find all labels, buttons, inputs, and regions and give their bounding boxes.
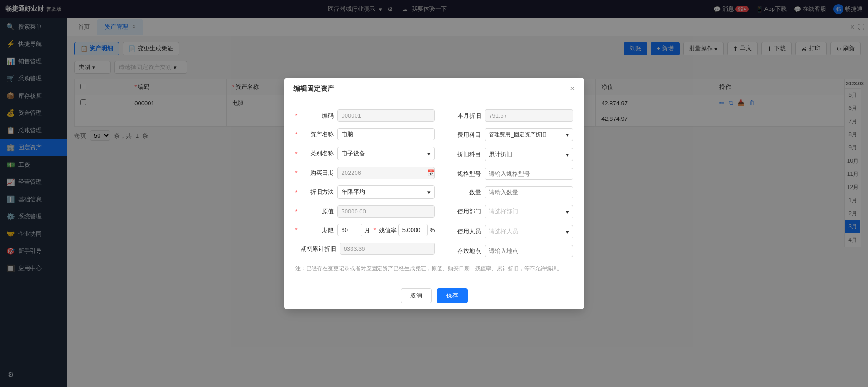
form-row-dep-account: 折旧科目 累计折旧 ▾: [449, 148, 573, 161]
form-row-monthly-dep: 本月折旧: [449, 109, 573, 122]
location-input[interactable]: [485, 245, 573, 257]
period-input[interactable]: [337, 224, 362, 236]
residual-rate-unit: %: [430, 227, 435, 233]
modal-left-col: * 编码 * 资产名称 * 类别名称 电子设备 ▾: [295, 109, 435, 257]
residual-rate-label: 残值率: [379, 226, 397, 234]
name-input[interactable]: [337, 128, 435, 140]
form-row-department: 使用部门 请选择部门 ▾: [449, 205, 573, 218]
initial-acc-input[interactable]: [340, 243, 435, 255]
original-value-input[interactable]: [337, 205, 435, 218]
form-row-quantity: 数量: [449, 186, 573, 198]
period-label: 期限: [302, 226, 334, 234]
quantity-input[interactable]: [485, 186, 573, 198]
form-row-category: * 类别名称 电子设备 ▾: [295, 147, 435, 160]
monthly-dep-input: [485, 109, 573, 122]
dep-acc-label: 折旧科目: [449, 150, 481, 159]
purchase-date-label: 购买日期: [302, 169, 334, 177]
name-label: 资产名称: [302, 130, 334, 139]
location-label: 存放地点: [449, 247, 481, 255]
form-row-purchase-date: * 购买日期 📅: [295, 167, 435, 179]
edit-asset-modal: 编辑固定资产 × * 编码 * 资产名称 *: [284, 78, 584, 309]
code-label: 编码: [302, 112, 334, 120]
original-value-label: 原值: [302, 208, 334, 216]
expense-acc-select[interactable]: 管理费用_固定资产折旧 ▾: [485, 128, 573, 141]
form-row-expense-account: 费用科目 管理费用_固定资产折旧 ▾: [449, 128, 573, 141]
initial-acc-label: 期初累计折旧: [295, 245, 336, 253]
form-row-initial-accumulated: 期初累计折旧: [295, 243, 435, 255]
form-row-original-value: * 原值: [295, 205, 435, 218]
calendar-icon[interactable]: 📅: [427, 169, 435, 176]
period-unit: 月: [364, 226, 370, 234]
staff-select[interactable]: 请选择人员 ▾: [485, 225, 573, 238]
dep-acc-dropdown-icon: ▾: [566, 151, 569, 158]
form-row-staff: 使用人员 请选择人员 ▾: [449, 225, 573, 238]
staff-label: 使用人员: [449, 228, 481, 236]
dep-method-label: 折旧方法: [302, 188, 334, 196]
quantity-label: 数量: [449, 189, 481, 197]
form-row-spec: 规格型号: [449, 168, 573, 180]
save-button[interactable]: 保存: [437, 288, 468, 303]
dep-method-select[interactable]: 年限平均 ▾: [337, 185, 435, 199]
monthly-dep-label: 本月折旧: [449, 112, 481, 120]
modal-footer: 取消 保存: [284, 282, 584, 309]
form-row-period: * 期限 月 * 残值率 %: [295, 224, 435, 236]
residual-rate-input[interactable]: [398, 224, 428, 236]
modal-body: * 编码 * 资产名称 * 类别名称 电子设备 ▾: [284, 100, 584, 282]
dept-dropdown-icon: ▾: [566, 208, 569, 215]
modal-title: 编辑固定资产: [293, 84, 334, 93]
modal-close-btn[interactable]: ×: [570, 84, 575, 94]
form-row-name: * 资产名称: [295, 128, 435, 140]
modal-overlay: 编辑固定资产 × * 编码 * 资产名称 *: [0, 0, 868, 387]
category-dropdown-icon: ▾: [427, 150, 431, 157]
expense-acc-label: 费用科目: [449, 131, 481, 139]
code-input[interactable]: [337, 109, 435, 122]
modal-right-col: 本月折旧 费用科目 管理费用_固定资产折旧 ▾ 折旧科目 累计折旧: [449, 109, 573, 257]
staff-dropdown-icon: ▾: [566, 228, 569, 235]
spec-label: 规格型号: [449, 170, 481, 178]
dep-acc-select[interactable]: 累计折旧 ▾: [485, 148, 573, 161]
department-select[interactable]: 请选择部门 ▾: [485, 205, 573, 218]
category-label: 类别名称: [302, 149, 334, 158]
cancel-button[interactable]: 取消: [401, 288, 432, 303]
department-label: 使用部门: [449, 208, 481, 216]
category-select[interactable]: 电子设备 ▾: [337, 147, 435, 160]
modal-header: 编辑固定资产 ×: [284, 78, 584, 100]
modal-note: 注：已经存在变更记录或者对应固定资产已经生成凭证，原值、购买日期、残值率、累计折…: [295, 264, 573, 273]
form-row-dep-method: * 折旧方法 年限平均 ▾: [295, 185, 435, 199]
spec-input[interactable]: [485, 168, 573, 180]
period-residual-fields: 月 * 残值率 %: [337, 224, 435, 236]
expense-acc-dropdown-icon: ▾: [566, 131, 569, 138]
purchase-date-input[interactable]: [337, 167, 435, 179]
form-row-location: 存放地点: [449, 245, 573, 257]
form-row-code: * 编码: [295, 109, 435, 122]
dep-method-dropdown-icon: ▾: [427, 189, 431, 196]
